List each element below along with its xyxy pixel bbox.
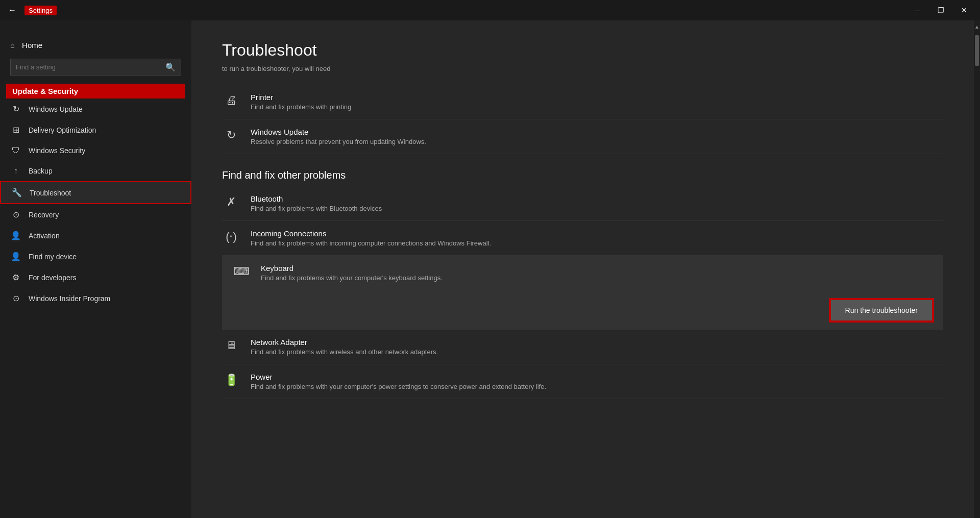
windows-update-title: Windows Update bbox=[251, 128, 426, 136]
bluetooth-title: Bluetooth bbox=[251, 194, 382, 203]
activation-icon: 👤 bbox=[10, 231, 21, 240]
home-icon: ⌂ bbox=[10, 41, 15, 50]
keyboard-item-top: ⌨ Keyboard Find and fix problems with yo… bbox=[232, 264, 443, 282]
backup-icon: ↑ bbox=[10, 166, 21, 176]
sidebar-item-windows-security[interactable]: 🛡 Windows Security bbox=[0, 140, 191, 161]
nav-label: Backup bbox=[29, 167, 53, 175]
minimize-button[interactable]: — bbox=[905, 2, 929, 18]
incoming-connections-title: Incoming Connections bbox=[251, 229, 491, 238]
troubleshoot-item-keyboard[interactable]: ⌨ Keyboard Find and fix problems with yo… bbox=[222, 256, 943, 330]
nav-label: Find my device bbox=[29, 253, 77, 261]
titlebar-title: Settings bbox=[24, 6, 57, 15]
scrollbar-thumb[interactable] bbox=[975, 35, 979, 66]
network-adapter-text: Network Adapter Find and fix problems wi… bbox=[251, 338, 438, 356]
sidebar-item-activation[interactable]: 👤 Activation bbox=[0, 225, 191, 246]
keyboard-description: Find and fix problems with your computer… bbox=[261, 274, 443, 282]
nav-label: Troubleshoot bbox=[30, 189, 71, 197]
recovery-icon: ⊙ bbox=[10, 210, 21, 219]
developers-icon: ⚙ bbox=[10, 273, 21, 282]
titlebar: ← Settings — ❐ ✕ bbox=[0, 0, 980, 20]
sidebar-item-for-developers[interactable]: ⚙ For developers bbox=[0, 267, 191, 288]
sidebar-item-windows-insider[interactable]: ⊙ Windows Insider Program bbox=[0, 288, 191, 309]
windows-update-icon: ↻ bbox=[10, 104, 21, 114]
nav-label: For developers bbox=[29, 274, 76, 282]
nav-label: Windows Insider Program bbox=[29, 294, 110, 303]
bluetooth-icon: ✗ bbox=[222, 195, 240, 209]
insider-icon: ⊙ bbox=[10, 293, 21, 303]
troubleshoot-item-printer[interactable]: 🖨 Printer Find and fix problems with pri… bbox=[222, 85, 943, 119]
keyboard-text: Keyboard Find and fix problems with your… bbox=[261, 264, 443, 282]
incoming-connections-description: Find and fix problems with incoming comp… bbox=[251, 239, 491, 247]
sidebar-item-delivery-optimization[interactable]: ⊞ Delivery Optimization bbox=[0, 119, 191, 140]
troubleshoot-item-windows-update[interactable]: ↻ Windows Update Resolve problems that p… bbox=[222, 119, 943, 154]
titlebar-controls: — ❐ ✕ bbox=[905, 2, 976, 18]
windows-update-text: Windows Update Resolve problems that pre… bbox=[251, 128, 426, 145]
app-body: ⌂ Home 🔍 Update & Security ↻ Windows Upd… bbox=[0, 20, 980, 518]
sidebar-item-troubleshoot[interactable]: 🔧 Troubleshoot bbox=[0, 181, 191, 204]
close-button[interactable]: ✕ bbox=[952, 2, 976, 18]
search-input[interactable] bbox=[16, 63, 161, 71]
sidebar-item-find-my-device[interactable]: 👤 Find my device bbox=[0, 246, 191, 267]
page-title: Troubleshoot bbox=[222, 41, 943, 60]
network-adapter-icon: 🖥 bbox=[222, 339, 240, 352]
windows-update-icon: ↻ bbox=[222, 129, 240, 142]
search-icon: 🔍 bbox=[165, 62, 176, 72]
maximize-button[interactable]: ❐ bbox=[929, 2, 952, 18]
troubleshoot-item-bluetooth[interactable]: ✗ Bluetooth Find and fix problems with B… bbox=[222, 186, 943, 221]
keyboard-title: Keyboard bbox=[261, 264, 443, 273]
sidebar-header bbox=[0, 20, 191, 36]
sidebar-item-home[interactable]: ⌂ Home bbox=[0, 36, 191, 55]
nav-label: Recovery bbox=[29, 211, 59, 219]
section-label: Update & Security bbox=[6, 84, 185, 98]
sidebar-item-recovery[interactable]: ⊙ Recovery bbox=[0, 204, 191, 225]
printer-text: Printer Find and fix problems with print… bbox=[251, 93, 351, 111]
sidebar-item-windows-update[interactable]: ↻ Windows Update bbox=[0, 98, 191, 119]
printer-title: Printer bbox=[251, 93, 351, 102]
search-box[interactable]: 🔍 bbox=[10, 59, 181, 76]
home-label: Home bbox=[22, 41, 42, 50]
scrollbar-right[interactable]: ▲ bbox=[974, 20, 980, 518]
windows-security-icon: 🛡 bbox=[10, 146, 21, 155]
troubleshoot-icon: 🔧 bbox=[11, 188, 22, 198]
run-troubleshooter-button[interactable]: Run the troubleshooter bbox=[830, 299, 933, 322]
bluetooth-description: Find and fix problems with Bluetooth dev… bbox=[251, 205, 382, 212]
nav-label: Windows Security bbox=[29, 146, 85, 155]
network-adapter-title: Network Adapter bbox=[251, 338, 438, 347]
delivery-optimization-icon: ⊞ bbox=[10, 125, 21, 135]
run-btn-container: Run the troubleshooter bbox=[232, 299, 933, 322]
power-title: Power bbox=[251, 373, 546, 381]
incoming-connections-text: Incoming Connections Find and fix proble… bbox=[251, 229, 491, 247]
bluetooth-text: Bluetooth Find and fix problems with Blu… bbox=[251, 194, 382, 212]
nav-label: Activation bbox=[29, 232, 60, 240]
sidebar-item-backup[interactable]: ↑ Backup bbox=[0, 161, 191, 181]
subtitle-clipped: to run a troubleshooter, you will need bbox=[222, 65, 943, 72]
titlebar-left: ← Settings bbox=[4, 2, 57, 18]
sidebar: ⌂ Home 🔍 Update & Security ↻ Windows Upd… bbox=[0, 20, 191, 518]
troubleshoot-item-network-adapter[interactable]: 🖥 Network Adapter Find and fix problems … bbox=[222, 330, 943, 364]
scroll-up-arrow[interactable]: ▲ bbox=[973, 22, 980, 31]
nav-label: Windows Update bbox=[29, 105, 83, 113]
windows-update-description: Resolve problems that prevent you from u… bbox=[251, 138, 426, 145]
keyboard-icon: ⌨ bbox=[232, 265, 251, 278]
troubleshoot-item-power[interactable]: 🔋 Power Find and fix problems with your … bbox=[222, 364, 943, 399]
back-button[interactable]: ← bbox=[4, 2, 20, 18]
section-header: Find and fix other problems bbox=[222, 169, 943, 181]
printer-icon: 🖨 bbox=[222, 94, 240, 107]
power-text: Power Find and fix problems with your co… bbox=[251, 373, 546, 390]
nav-label: Delivery Optimization bbox=[29, 126, 96, 134]
find-device-icon: 👤 bbox=[10, 252, 21, 261]
printer-description: Find and fix problems with printing bbox=[251, 103, 351, 111]
network-adapter-description: Find and fix problems with wireless and … bbox=[251, 348, 438, 356]
power-description: Find and fix problems with your computer… bbox=[251, 383, 546, 390]
power-icon: 🔋 bbox=[222, 374, 240, 387]
troubleshoot-item-incoming-connections[interactable]: (‧) Incoming Connections Find and fix pr… bbox=[222, 221, 943, 256]
main-content: Troubleshoot to run a troubleshooter, yo… bbox=[191, 20, 974, 518]
incoming-connections-icon: (‧) bbox=[222, 230, 240, 243]
